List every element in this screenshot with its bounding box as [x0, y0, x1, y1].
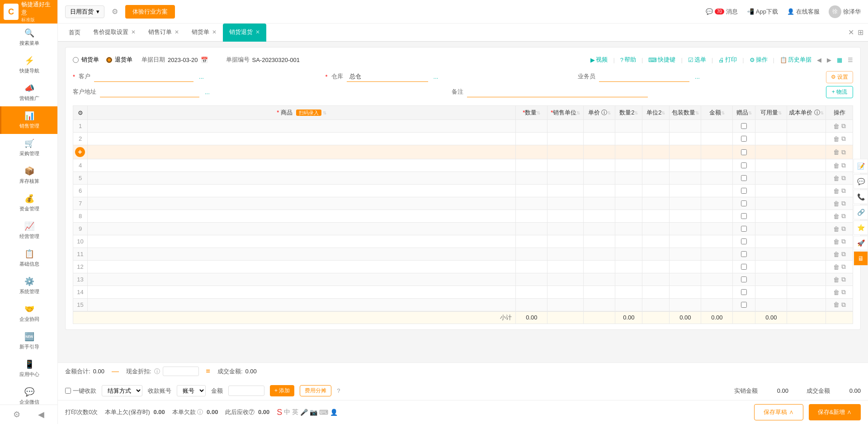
radio-sale-input[interactable]: [73, 57, 79, 63]
toolbar-grid-icon[interactable]: ▦: [837, 57, 842, 63]
sidebar-item-sales[interactable]: 📊 销售管理: [0, 106, 57, 134]
toolbar-history[interactable]: 📋 历史单据: [780, 56, 811, 64]
payment-amount-input[interactable]: [228, 386, 264, 396]
daily-select[interactable]: 日用百货 ▾: [65, 5, 104, 18]
right-panel-item-2[interactable]: 💬: [854, 174, 868, 189]
copy-icon-13[interactable]: ⧉: [841, 276, 846, 283]
total-owe-info-icon[interactable]: ⓘ: [197, 409, 203, 415]
right-panel-item-6[interactable]: 🚀: [854, 236, 868, 250]
add-payment-btn[interactable]: + 添加: [270, 385, 294, 396]
add-row-btn[interactable]: +: [75, 147, 85, 157]
copy-icon-2[interactable]: ⧉: [841, 135, 846, 143]
sidebar-settings-icon[interactable]: ⚙: [13, 410, 20, 419]
pack-cell-3[interactable]: [670, 145, 701, 159]
sidebar-item-quick-nav[interactable]: ⚡ 快捷导航: [0, 51, 57, 79]
unit-cell-3[interactable]: [547, 145, 584, 159]
gift-checkbox-1[interactable]: [741, 123, 747, 129]
gift-cell-1[interactable]: [733, 120, 755, 133]
copy-icon-10[interactable]: ⧉: [841, 238, 846, 245]
price-cell-1[interactable]: [584, 120, 615, 133]
toolbar-operation[interactable]: ⚙ 操作: [750, 56, 768, 64]
gift-checkbox-4[interactable]: [741, 162, 747, 168]
delete-icon-5[interactable]: 🗑: [833, 175, 840, 182]
cost-cell-3[interactable]: [787, 145, 826, 159]
copy-icon-3[interactable]: ⧉: [841, 148, 846, 156]
avail-cell-2[interactable]: [755, 133, 787, 145]
tab-close-sale-delivery[interactable]: ✕: [212, 29, 217, 35]
qty-cell-2[interactable]: [516, 133, 547, 145]
product-cell-3[interactable]: [88, 145, 516, 159]
user-info[interactable]: 徐 徐泽华: [829, 5, 861, 18]
qty2-cell-3[interactable]: [615, 145, 642, 159]
product-input-3[interactable]: [90, 149, 514, 156]
qty-cell-3[interactable]: [516, 145, 547, 159]
scan-btn[interactable]: 扫码录入: [296, 110, 321, 116]
delete-icon-15[interactable]: 🗑: [833, 301, 840, 308]
one-click-label[interactable]: 一键收款: [65, 387, 96, 395]
delete-icon-3[interactable]: 🗑: [833, 148, 840, 156]
warehouse-input[interactable]: [347, 71, 428, 82]
copy-icon-12[interactable]: ⧉: [841, 263, 846, 271]
sidebar-item-app-center[interactable]: 📱 应用中心: [0, 355, 57, 382]
toolbar-video[interactable]: ▶ 视频: [590, 56, 608, 64]
avail-cell-3[interactable]: [755, 145, 787, 159]
remark-input[interactable]: [467, 86, 648, 97]
right-panel-item-5[interactable]: ⭐: [854, 220, 868, 235]
tab-close-sale-order[interactable]: ✕: [175, 29, 179, 35]
unit2-cell-2[interactable]: [642, 133, 670, 145]
radio-sale[interactable]: 销货单: [73, 56, 99, 64]
gift-checkbox-5[interactable]: [741, 175, 747, 181]
add-row-cell[interactable]: +: [73, 145, 88, 159]
delete-icon-11[interactable]: 🗑: [833, 251, 840, 258]
pack-cell-1[interactable]: [670, 120, 701, 133]
delete-icon-8[interactable]: 🗑: [833, 213, 840, 220]
app-download-btn[interactable]: 📲 App下载: [747, 8, 778, 16]
gift-checkbox-15[interactable]: [741, 302, 747, 308]
cost-cell-1[interactable]: [787, 120, 826, 133]
sort-unit-icon[interactable]: ⇅: [576, 110, 580, 115]
copy-icon-5[interactable]: ⧉: [841, 174, 846, 182]
sidebar-item-enterprise[interactable]: 🤝 企业协同: [0, 300, 57, 327]
sidebar-item-finance[interactable]: 💰 资金管理: [0, 189, 57, 217]
gift-checkbox-12[interactable]: [741, 264, 747, 270]
toolbar-list-icon[interactable]: ☰: [848, 57, 853, 63]
address-ellipsis[interactable]: ...: [205, 89, 210, 95]
tab-close-sale-price[interactable]: ✕: [131, 29, 136, 35]
product-cell-1[interactable]: [88, 120, 516, 133]
discount-info-icon[interactable]: ⓘ: [154, 367, 160, 376]
sort-price-icon[interactable]: ⇅: [607, 110, 611, 115]
price-cell-2[interactable]: [584, 133, 615, 145]
copy-icon-9[interactable]: ⧉: [841, 225, 846, 233]
delete-icon-10[interactable]: 🗑: [833, 238, 840, 245]
avail-cell-1[interactable]: [755, 120, 787, 133]
sidebar-collapse-icon[interactable]: ◀: [38, 410, 44, 419]
delete-icon-4[interactable]: 🗑: [833, 162, 840, 169]
toolbar-next-icon[interactable]: ▶: [827, 57, 831, 63]
sort-avail-icon[interactable]: ⇅: [778, 110, 782, 115]
gift-checkbox-14[interactable]: [741, 289, 747, 295]
delete-icon-14[interactable]: 🗑: [833, 289, 840, 296]
toolbar-shortcut[interactable]: ⌨ 快捷键: [648, 56, 675, 64]
copy-icon-1[interactable]: ⧉: [841, 122, 846, 130]
copy-icon-7[interactable]: ⧉: [841, 200, 846, 207]
calendar-icon[interactable]: 📅: [201, 57, 208, 63]
amount-cell-2[interactable]: [701, 133, 733, 145]
save-new-btn[interactable]: 保存&新增 ∧: [809, 404, 861, 420]
copy-icon-8[interactable]: ⧉: [841, 212, 846, 220]
settle-method-select[interactable]: 结算方式: [102, 385, 142, 396]
sidebar-item-inventory[interactable]: 📦 库存核算: [0, 162, 57, 189]
radio-return-input[interactable]: [106, 57, 112, 63]
sidebar-item-guide[interactable]: 🆕 新手引导: [0, 327, 57, 355]
tab-maximize-icon[interactable]: ⊞: [858, 28, 863, 37]
sidebar-item-operations[interactable]: 📈 经营管理: [0, 217, 57, 244]
tab-sale-delivery[interactable]: 销货单 ✕: [185, 24, 223, 42]
warehouse-ellipsis[interactable]: ...: [434, 73, 439, 80]
right-panel-item-3[interactable]: 📞: [854, 190, 868, 204]
unit2-cell-1[interactable]: [642, 120, 670, 133]
gift-checkbox-2[interactable]: [741, 136, 747, 142]
tab-close-sale-return[interactable]: ✕: [255, 29, 260, 35]
tab-sale-order[interactable]: 销售订单 ✕: [142, 24, 185, 42]
gift-checkbox-8[interactable]: [741, 213, 747, 219]
gift-checkbox-3[interactable]: [741, 149, 747, 155]
fee-split-btn[interactable]: 费用分摊: [300, 385, 331, 396]
